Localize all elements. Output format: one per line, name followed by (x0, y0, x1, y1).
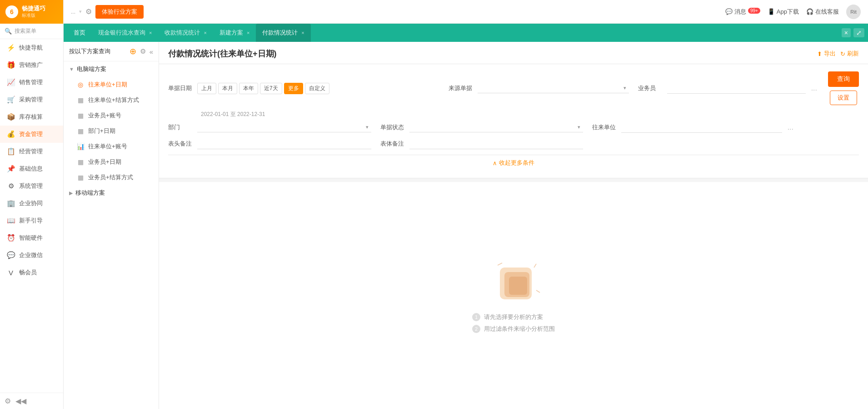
sidebar-item-marketing[interactable]: 🎁 营销推广 (0, 56, 63, 74)
refresh-button[interactable]: ↻ 刷新 (840, 50, 859, 58)
sidebar-item-purchase[interactable]: 🛒 采购管理 (0, 91, 63, 108)
dept-select[interactable]: ▾ (197, 122, 371, 132)
staff-date-icon: ▦ (76, 158, 85, 166)
tab-bank-flow[interactable]: 现金银行流水查询 × (92, 24, 158, 42)
service-label: 在线客服 (815, 8, 839, 16)
trial-button[interactable]: 体验行业方案 (95, 5, 144, 19)
sidebar-item-vip[interactable]: V 畅会员 (0, 264, 63, 281)
app-download-action[interactable]: 📱 App下载 (768, 8, 799, 16)
date-btn-more[interactable]: 更多 (284, 83, 303, 94)
window-close-btn[interactable]: × (842, 28, 851, 37)
filter-body-note-item: 表体备注 (380, 138, 584, 149)
page-title: 付款情况统计(往来单位+日期) (168, 48, 277, 59)
sidebar-item-label: 资金管理 (19, 130, 43, 138)
sidebar: 6 畅捷通巧 标准版 🔍 搜索菜单 ⚡ 快捷导航 🎁 营销推广 📈 销售管理 🛒… (0, 0, 64, 409)
svg-rect-2 (509, 277, 527, 295)
sidebar-item-inventory[interactable]: 📦 库存核算 (0, 108, 63, 126)
sidebar-item-label: 新手引导 (19, 217, 43, 225)
tab-receipt-stats[interactable]: 收款情况统计 × (158, 24, 213, 42)
staff-input[interactable] (667, 83, 805, 94)
sidebar-item-operations[interactable]: 📋 经营管理 (0, 143, 63, 160)
sidebar-item-hardware[interactable]: ⏰ 智能硬件 (0, 229, 63, 247)
schema-item-unit-account[interactable]: 📊 往来单位+账号 (64, 139, 159, 154)
date-btn-this-year[interactable]: 本年 (239, 83, 258, 94)
page-header-actions: ⬆ 导出 ↻ 刷新 (817, 50, 859, 58)
desktop-group-title[interactable]: ▼ 电脑端方案 (64, 61, 159, 77)
staff-dots[interactable]: ... (809, 84, 819, 92)
tab-payment-stats-close[interactable]: × (301, 30, 304, 35)
topbar: ... ▾ ⚙ 体验行业方案 💬 消息 99+ 📱 App下载 🎧 在线客服 R… (64, 0, 868, 24)
window-expand-btn[interactable]: ⤢ (853, 28, 864, 37)
tab-payment-stats[interactable]: 付款情况统计 × (256, 24, 310, 42)
tab-home[interactable]: 首页 (67, 24, 92, 42)
docstatus-select-arrow: ▾ (578, 124, 580, 130)
schema-item-staff-account[interactable]: ▦ 业务员+账号 (64, 108, 159, 123)
logo-icon: 6 (5, 5, 18, 18)
sidebar-item-label: 营销推广 (19, 61, 43, 69)
docstatus-select[interactable]: ▾ (409, 122, 584, 132)
sidebar-item-basic[interactable]: 📌 基础信息 (0, 160, 63, 177)
refresh-label: 刷新 (847, 50, 859, 58)
schema-item-unit-date[interactable]: ◎ 往来单位+日期 (64, 77, 159, 92)
add-scheme-icon[interactable]: ⊕ (130, 46, 136, 56)
system-icon: ⚙ (6, 182, 15, 190)
customer-service-action[interactable]: 🎧 在线客服 (806, 8, 839, 16)
counterpart-dots[interactable]: ... (786, 123, 795, 131)
sidebar-item-sales[interactable]: 📈 销售管理 (0, 74, 63, 91)
settings-button[interactable]: 设置 (830, 91, 857, 105)
user-avatar[interactable]: Rit (846, 5, 861, 19)
schema-item-label: 往来单位+日期 (88, 81, 127, 89)
filter-docstatus-item: 单据状态 ▾ (380, 122, 584, 132)
topbar-settings-icon[interactable]: ⚙ (85, 7, 92, 16)
footer-settings-icon[interactable]: ⚙ (5, 397, 11, 405)
sidebar-item-quick-nav[interactable]: ⚡ 快捷导航 (0, 39, 63, 56)
basic-icon: 📌 (6, 165, 15, 173)
schema-item-staff-settle[interactable]: ▦ 业务员+结算方式 (64, 170, 159, 185)
header-note-input[interactable] (197, 138, 371, 149)
filter-action-buttons: 查询 设置 (828, 71, 859, 105)
breadcrumb-text: ... (71, 9, 75, 15)
unit-account-icon: 📊 (76, 143, 85, 150)
filter-source-item: 来源单据 ▾ (449, 83, 629, 93)
search-label: 搜索菜单 (15, 27, 36, 35)
purchase-icon: 🛒 (6, 96, 15, 104)
filter-row-1: 单据日期 上月 本月 本年 近7天 更多 自定义 来源单据 (168, 71, 859, 105)
tab-new-scheme[interactable]: 新建方案 × (213, 24, 256, 42)
sidebar-item-enterprise[interactable]: 🏢 企业协同 (0, 195, 63, 212)
footer-collapse-icon[interactable]: ◀◀ (15, 397, 26, 405)
counterpart-input[interactable] (621, 122, 782, 133)
date-btn-this-month[interactable]: 本月 (218, 83, 237, 94)
dept-select-arrow: ▾ (366, 124, 369, 130)
tab-new-scheme-close[interactable]: × (247, 30, 249, 35)
tab-bank-flow-close[interactable]: × (149, 30, 152, 35)
wechat-icon: 💬 (6, 251, 15, 259)
message-action[interactable]: 💬 消息 99+ (725, 8, 760, 16)
body-note-input[interactable] (409, 138, 584, 149)
collapse-bar[interactable]: ∧ 收起更多条件 (168, 155, 859, 171)
schema-item-unit-settle[interactable]: ▦ 往来单位+结算方式 (64, 92, 159, 108)
date-btn-custom[interactable]: 自定义 (305, 83, 329, 94)
refresh-icon: ↻ (840, 50, 845, 57)
left-panel-collapse-icon[interactable]: « (150, 48, 153, 56)
unit-date-icon: ◎ (76, 81, 85, 88)
sidebar-item-system[interactable]: ⚙ 系统管理 (0, 177, 63, 195)
sidebar-item-wechat[interactable]: 💬 企业微信 (0, 247, 63, 264)
left-panel: 按以下方案查询 ⊕ ⚙ « ▼ 电脑端方案 ◎ 往来单位+日期 ▦ (64, 42, 159, 409)
sidebar-item-guide[interactable]: 📖 新手引导 (0, 212, 63, 229)
date-btn-last-month[interactable]: 上月 (197, 83, 216, 94)
message-label: 消息 (734, 8, 746, 16)
date-btn-last-7days[interactable]: 近7天 (260, 83, 282, 94)
schema-item-staff-date[interactable]: ▦ 业务员+日期 (64, 154, 159, 170)
export-button[interactable]: ⬆ 导出 (817, 50, 836, 58)
empty-tip-1: 1 请先选择要分析的方案 (472, 313, 555, 321)
source-select[interactable]: ▾ (478, 83, 629, 93)
sidebar-search[interactable]: 🔍 搜索菜单 (0, 24, 63, 39)
mobile-group-title[interactable]: ▶ 移动端方案 (64, 185, 159, 201)
sidebar-item-label: 快捷导航 (19, 44, 43, 52)
query-button[interactable]: 查询 (828, 71, 859, 87)
sidebar-item-finance[interactable]: 💰 资金管理 (0, 126, 63, 143)
schema-item-dept-date[interactable]: ▦ 部门+日期 (64, 123, 159, 139)
scheme-settings-icon[interactable]: ⚙ (140, 47, 146, 56)
tab-receipt-stats-close[interactable]: × (204, 30, 206, 35)
empty-tips: 1 请先选择要分析的方案 2 用过滤条件来缩小分析范围 (472, 313, 555, 333)
